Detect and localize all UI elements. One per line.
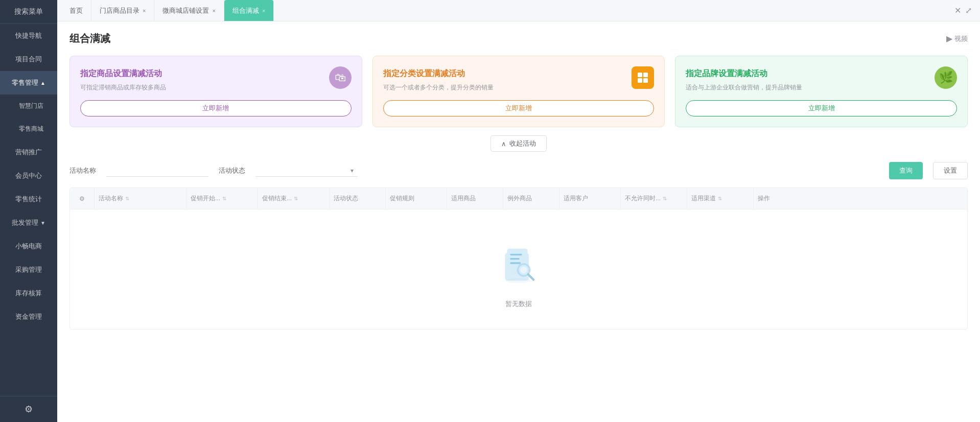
th-goods: 适用商品 [447, 188, 503, 209]
query-button[interactable]: 查询 [889, 162, 923, 179]
card-by-product-btn[interactable]: 立即新增 [80, 100, 352, 116]
card-by-category: 指定分类设置满减活动 可选一个或者多个分类，提升分类的销量 立即新增 [372, 56, 665, 127]
svg-point-12 [520, 267, 527, 273]
video-icon: ▶ [946, 34, 952, 43]
sidebar-item-retail-mgmt[interactable]: 零售管理 ▲ [0, 71, 57, 95]
svg-rect-3 [643, 78, 648, 83]
sidebar-item-wholesale-mgmt[interactable]: 批发管理 ▼ [0, 211, 57, 235]
svg-rect-9 [510, 262, 521, 264]
filter-activity-status-label: 活动状态 [219, 166, 245, 175]
sidebar-item-inventory[interactable]: 库存核算 [0, 282, 57, 305]
window-close-btn[interactable]: ✕ [954, 6, 961, 15]
th-start[interactable]: 促销开始... ⇅ [186, 188, 258, 209]
th-channel[interactable]: 适用渠道 ⇅ [687, 188, 754, 209]
wholesale-arrow: ▼ [40, 220, 45, 226]
card-by-brand-icon: 🌿 [935, 66, 957, 89]
sidebar-item-smart-store[interactable]: 智慧门店 [0, 95, 57, 118]
svg-rect-2 [638, 78, 642, 83]
filter-activity-name-input[interactable] [106, 165, 208, 177]
th-except: 例外商品 [503, 188, 559, 209]
tab-combo-discount-close[interactable]: × [262, 8, 265, 14]
th-status-label: 活动状态 [334, 194, 358, 203]
th-no-same[interactable]: 不允许同时... ⇅ [621, 188, 687, 209]
card-by-category-icon [632, 66, 654, 89]
main-area: 首页 门店商品目录 × 微商城店铺设置 × 组合满减 × ✕ ⤢ 组合满减 ▶ … [57, 0, 980, 422]
card-by-category-title: 指定分类设置满减活动 [383, 68, 655, 79]
sidebar-item-retail-stats[interactable]: 零售统计 [0, 187, 57, 211]
sort-channel-icon: ⇅ [718, 196, 722, 201]
sidebar-settings-btn[interactable]: ⚙ [0, 396, 57, 422]
th-end[interactable]: 促销结束... ⇅ [258, 188, 330, 209]
sidebar-item-retail-mall[interactable]: 零售商城 [0, 118, 57, 140]
th-no-same-label: 不允许同时... [625, 194, 661, 203]
th-rule: 促销规则 [386, 188, 447, 209]
filter-row: 活动名称 活动状态 ▾ 查询 设置 [69, 162, 968, 179]
sidebar-item-xiaochange[interactable]: 小畅电商 [0, 235, 57, 258]
card-by-product: 🛍 指定商品设置满减活动 可指定滞销商品或库存较多商品 立即新增 [69, 56, 362, 127]
svg-rect-0 [638, 73, 642, 77]
collapse-bar: ∧ 收起活动 [69, 135, 968, 152]
card-by-category-desc: 可选一个或者多个分类，提升分类的销量 [383, 83, 655, 92]
page-title: 组合满减 [69, 32, 110, 45]
card-by-brand-btn[interactable]: 立即新增 [686, 100, 957, 116]
tab-combo-discount[interactable]: 组合满减 × [224, 0, 274, 21]
sort-no-same-icon: ⇅ [663, 196, 667, 201]
card-by-product-title: 指定商品设置满减活动 [80, 68, 352, 79]
th-op-label: 操作 [758, 194, 770, 203]
card-by-brand-title: 指定品牌设置满减活动 [686, 68, 957, 79]
card-by-brand: 🌿 指定品牌设置满减活动 适合与上游企业联合做营销，提升品牌销量 立即新增 [675, 56, 968, 127]
video-link[interactable]: ▶ 视频 [946, 34, 968, 43]
card-by-category-btn[interactable]: 立即新增 [383, 100, 655, 116]
empty-illustration [493, 240, 544, 291]
table-header: ⚙ 活动名称 ⇅ 促销开始... ⇅ 促销结束... ⇅ 活动状态 [70, 188, 967, 209]
sidebar-item-finance[interactable]: 资金管理 [0, 305, 57, 329]
svg-line-14 [528, 275, 533, 280]
settings-button[interactable]: 设置 [933, 162, 968, 179]
filter-activity-name-label: 活动名称 [69, 166, 96, 175]
tab-window-actions: ✕ ⤢ [950, 6, 976, 15]
sidebar-item-member-center[interactable]: 会员中心 [0, 164, 57, 187]
tab-product-catalog-close[interactable]: × [143, 8, 146, 14]
sidebar: 搜索菜单 快捷导航 项目合同 零售管理 ▲ 智慧门店 零售商城 营销推广 会员中… [0, 0, 57, 422]
cards-row: 🛍 指定商品设置满减活动 可指定滞销商品或库存较多商品 立即新增 指定分类设置满… [69, 56, 968, 127]
th-status: 活动状态 [330, 188, 386, 209]
window-maximize-btn[interactable]: ⤢ [965, 6, 972, 15]
collapse-activities-btn[interactable]: ∧ 收起活动 [491, 135, 547, 152]
sidebar-item-project-contract[interactable]: 项目合同 [0, 48, 57, 71]
tab-bar: 首页 门店商品目录 × 微商城店铺设置 × 组合满减 × ✕ ⤢ [57, 0, 980, 21]
card-by-product-desc: 可指定滞销商品或库存较多商品 [80, 83, 352, 92]
page-header: 组合满减 ▶ 视频 [69, 32, 968, 45]
sidebar-search[interactable]: 搜索菜单 [0, 0, 57, 24]
th-name-label: 活动名称 [99, 194, 123, 203]
sidebar-item-purchase-mgmt[interactable]: 采购管理 [0, 258, 57, 282]
collapse-btn-label: 收起活动 [509, 139, 536, 148]
filter-activity-status-select[interactable]: ▾ [255, 165, 358, 177]
sidebar-item-quick-nav[interactable]: 快捷导航 [0, 24, 57, 48]
collapse-arrow-icon: ∧ [501, 140, 506, 148]
video-label: 视频 [954, 34, 968, 43]
th-channel-label: 适用渠道 [691, 194, 716, 203]
empty-state: 暂无数据 [70, 209, 967, 329]
sort-name-icon: ⇅ [125, 196, 129, 201]
retail-mgmt-arrow: ▲ [40, 80, 45, 86]
th-gear[interactable]: ⚙ [70, 188, 95, 209]
sort-start-icon: ⇅ [222, 196, 226, 201]
tab-wechat-store-close[interactable]: × [212, 8, 215, 14]
sort-end-icon: ⇅ [294, 196, 298, 201]
tab-product-catalog[interactable]: 门店商品目录 × [91, 0, 154, 21]
svg-rect-8 [510, 258, 519, 260]
sidebar-item-marketing[interactable]: 营销推广 [0, 140, 57, 164]
chevron-down-icon: ▾ [351, 167, 354, 174]
tab-home[interactable]: 首页 [61, 0, 91, 21]
content-area: 组合满减 ▶ 视频 🛍 指定商品设置满减活动 可指定滞销商品或库存较多商品 立即… [57, 21, 980, 422]
th-customer-label: 适用客户 [564, 194, 588, 203]
svg-rect-7 [510, 254, 522, 255]
th-customer: 适用客户 [559, 188, 621, 209]
tab-wechat-store[interactable]: 微商城店铺设置 × [154, 0, 224, 21]
th-start-label: 促销开始... [191, 194, 220, 203]
th-name[interactable]: 活动名称 ⇅ [95, 188, 186, 209]
th-goods-label: 适用商品 [451, 194, 476, 203]
th-end-label: 促销结束... [262, 194, 292, 203]
gear-icon: ⚙ [79, 195, 85, 202]
svg-rect-1 [643, 73, 648, 77]
